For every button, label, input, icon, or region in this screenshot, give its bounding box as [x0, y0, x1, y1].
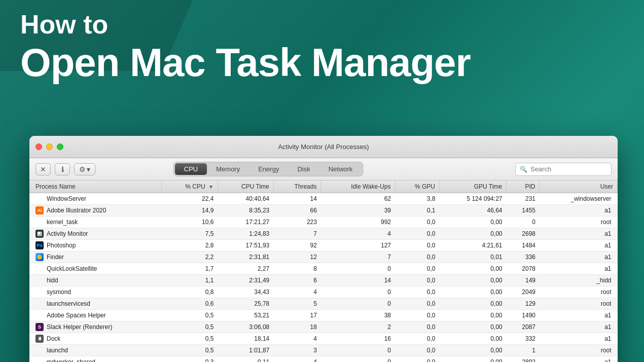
tab-cpu[interactable]: CPU: [175, 163, 207, 175]
tab-memory[interactable]: Memory: [207, 163, 249, 175]
idle-wakeups-value: 16: [321, 333, 395, 345]
pid-value: 149: [506, 275, 540, 286]
cpu-value: 0,3: [161, 356, 218, 363]
table-row[interactable]: 📊Activity Monitor7,51:24,83740,00,002698…: [29, 228, 618, 240]
gpu-time-value: 5 124 094:27: [439, 193, 506, 205]
gear-button[interactable]: ⚙ ▾: [74, 163, 95, 175]
user-value: a1: [540, 251, 618, 263]
pid-value: 129: [506, 298, 540, 310]
col-header-cpu-time[interactable]: CPU Time: [218, 180, 273, 193]
gpu-time-value: 46,64: [439, 205, 506, 216]
table-row[interactable]: WindowServer22,440:40,6414623,85 124 094…: [29, 193, 618, 205]
empty-icon: [35, 358, 44, 362]
col-header-gpu-time[interactable]: GPU Time: [439, 180, 506, 193]
cpu-time-value: 53,21: [218, 310, 273, 321]
empty-icon: [35, 346, 44, 354]
cpu-value: 22,4: [161, 193, 218, 205]
cpu-value: 0,6: [161, 298, 218, 310]
threads-value: 4: [273, 286, 321, 298]
cpu-time-value: 34,43: [218, 286, 273, 298]
cpu-value: 1,7: [161, 263, 218, 275]
cpu-value: 0,5: [161, 333, 218, 345]
pid-value: 2078: [506, 263, 540, 275]
cpu-value: 7,5: [161, 228, 218, 240]
title-bar: Activity Monitor (All Processes): [29, 136, 618, 158]
threads-value: 17: [273, 310, 321, 321]
col-header-threads[interactable]: Threads: [273, 180, 321, 193]
col-header-gpu[interactable]: % GPU: [395, 180, 439, 193]
cpu-time-value: 17:51,93: [218, 240, 273, 251]
gpu-value: 3,8: [395, 193, 439, 205]
table-row[interactable]: mdworker_shared0,30,11400,00,002892a1: [29, 356, 618, 363]
col-header-process-name[interactable]: Process Name: [29, 180, 161, 193]
process-name-label: Slack Helper (Renderer): [47, 323, 112, 331]
gpu-value: 0,0: [395, 216, 439, 228]
col-header-user[interactable]: User: [540, 180, 618, 193]
cpu-time-value: 2:31,49: [218, 275, 273, 286]
activity-monitor-window: Activity Monitor (All Processes) ✕ ℹ ⚙ ▾…: [29, 136, 618, 362]
force-quit-button[interactable]: ✕: [35, 163, 51, 175]
cpu-time-value: 3:06,08: [218, 321, 273, 333]
table-row[interactable]: 🙂Finder2,22:31,811270,00,01336a1: [29, 251, 618, 263]
user-value: a1: [540, 321, 618, 333]
pid-value: 336: [506, 251, 540, 263]
tab-energy[interactable]: Energy: [249, 163, 288, 175]
gpu-time-value: 0,00: [439, 356, 506, 363]
process-table-wrapper: Process Name % CPU ▼ CPU Time Threads Id…: [29, 180, 618, 362]
user-value: a1: [540, 228, 618, 240]
cpu-time-value: 17:21,27: [218, 216, 273, 228]
search-input[interactable]: [530, 165, 616, 173]
gpu-value: 0,0: [395, 228, 439, 240]
table-row[interactable]: Adobe Spaces Helper0,553,2117380,00,0014…: [29, 310, 618, 321]
tab-disk[interactable]: Disk: [288, 163, 319, 175]
threads-value: 66: [273, 205, 321, 216]
threads-value: 5: [273, 298, 321, 310]
table-row[interactable]: AiAdobe Illustrator 202014,98:35,2366390…: [29, 205, 618, 216]
col-header-pid[interactable]: PID: [506, 180, 540, 193]
col-header-cpu[interactable]: % CPU ▼: [161, 180, 218, 193]
table-row[interactable]: launchservicesd0,625,78500,00,00129root: [29, 298, 618, 310]
idle-wakeups-value: 0: [321, 298, 395, 310]
zoom-button[interactable]: [57, 143, 63, 150]
threads-value: 12: [273, 251, 321, 263]
user-value: a1: [540, 333, 618, 345]
idle-wakeups-value: 2: [321, 321, 395, 333]
table-row[interactable]: hidd1,12:31,496140,00,00149_hidd: [29, 275, 618, 286]
search-icon: 🔍: [520, 166, 527, 173]
table-row[interactable]: 🖥Dock0,518,144160,00,00332a1: [29, 333, 618, 345]
threads-value: 8: [273, 263, 321, 275]
minimize-button[interactable]: [46, 143, 53, 150]
tab-group: CPU Memory Energy Disk Network: [173, 162, 364, 176]
ai-icon: Ai: [35, 206, 44, 214]
empty-icon: [35, 265, 44, 273]
gpu-value: 0,0: [395, 310, 439, 321]
cpu-time-value: 8:35,23: [218, 205, 273, 216]
search-box[interactable]: 🔍: [515, 163, 612, 176]
pid-value: 1484: [506, 240, 540, 251]
empty-icon: [35, 288, 44, 296]
cpu-value: 1,1: [161, 275, 218, 286]
col-header-idle-wakeups[interactable]: Idle Wake-Ups: [321, 180, 395, 193]
process-name-label: Adobe Illustrator 2020: [47, 207, 106, 214]
user-value: root: [540, 345, 618, 356]
table-row[interactable]: launchd0,51:01,87300,00,001root: [29, 345, 618, 356]
table-row[interactable]: kernel_task10,617:21,272239920,00,000roo…: [29, 216, 618, 228]
process-table-body: WindowServer22,440:40,6414623,85 124 094…: [29, 193, 618, 363]
table-row[interactable]: QuickLookSatellite1,72,27800,00,002078a1: [29, 263, 618, 275]
process-name-label: Photoshop: [47, 242, 76, 249]
toolbar: ✕ ℹ ⚙ ▾ CPU Memory Energy Disk Network 🔍: [29, 158, 618, 180]
table-row[interactable]: PsPhotoshop2,817:51,93921270,04:21,61148…: [29, 240, 618, 251]
user-value: root: [540, 298, 618, 310]
gpu-time-value: 0,00: [439, 333, 506, 345]
tab-network[interactable]: Network: [319, 163, 362, 175]
slack-icon: S: [35, 323, 44, 331]
cpu-value: 2,2: [161, 251, 218, 263]
close-button[interactable]: [35, 143, 42, 150]
cpu-value: 0,5: [161, 345, 218, 356]
gear-icon: ⚙: [79, 165, 86, 173]
info-button[interactable]: ℹ: [55, 163, 70, 175]
process-name-label: launchd: [47, 347, 68, 354]
process-name-label: WindowServer: [47, 195, 86, 202]
table-row[interactable]: sysmond0,834,43400,00,002049root: [29, 286, 618, 298]
table-row[interactable]: SSlack Helper (Renderer)0,53:06,081820,0…: [29, 321, 618, 333]
